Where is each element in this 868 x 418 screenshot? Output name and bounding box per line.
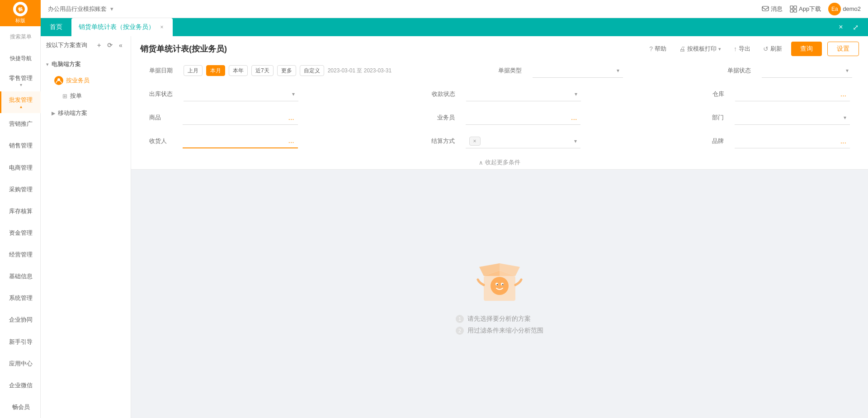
- out-status-select[interactable]: ▾: [184, 87, 298, 101]
- dept-section: ▾: [735, 110, 850, 125]
- doc-status-label: 单据状态: [724, 66, 751, 75]
- sidebar-item-manage[interactable]: 经营管理: [0, 244, 41, 266]
- sidebar-item-ecommerce[interactable]: 电商管理: [0, 157, 41, 179]
- sidebar-item-stock[interactable]: 库存核算: [0, 200, 41, 222]
- mobile-scheme-header[interactable]: ▶ 移动端方案: [41, 105, 131, 121]
- sidebar-item-purchase[interactable]: 采购管理: [0, 179, 41, 200]
- settle-select[interactable]: × ▾: [466, 134, 581, 148]
- refresh-scheme-btn[interactable]: ⟳: [105, 41, 114, 50]
- order-icon: ⊞: [62, 93, 67, 100]
- retail-arrow: ▾: [20, 82, 22, 87]
- app-download-btn[interactable]: App下载: [790, 5, 821, 13]
- svg-point-12: [497, 284, 498, 285]
- doc-type-select[interactable]: ▾: [533, 63, 623, 78]
- warehouse-section: ...: [735, 87, 850, 101]
- sidebar-item-quick[interactable]: 快捷导航: [0, 48, 41, 70]
- date-btn-more[interactable]: 更多: [277, 65, 296, 76]
- sidebar-item-member[interactable]: 畅会员: [0, 396, 41, 418]
- date-btn-last-month[interactable]: 上月: [184, 65, 203, 76]
- print-btn[interactable]: 🖨 按模板打印 ▾: [675, 43, 725, 55]
- sidebar: 畅 标版 搜索菜单 快捷导航 零售管理 ▾ 批发管理 ▴ 营销推广 销售管理 电…: [0, 0, 41, 418]
- settle-clear-btn[interactable]: ×: [473, 138, 476, 144]
- svg-rect-5: [790, 10, 793, 12]
- pay-status-select[interactable]: ▾: [466, 87, 581, 101]
- right-panel: 销货单统计表(按业务员) ? 帮助 🖨 按模板打印 ▾ ↑: [131, 36, 868, 418]
- goods-input[interactable]: ...: [183, 110, 298, 125]
- warehouse-input[interactable]: ...: [735, 87, 850, 101]
- svg-rect-6: [794, 10, 797, 12]
- date-btn-7days[interactable]: 近7天: [251, 65, 274, 76]
- content-area: 按以下方案查询 + ⟳ « ▾ 电脑端方案: [41, 36, 868, 418]
- sidebar-item-appstore[interactable]: 应用中心: [0, 353, 41, 375]
- sidebar-item-search[interactable]: 搜索菜单: [0, 26, 41, 48]
- tabbar-actions: × ⤢: [835, 22, 868, 33]
- brand-input[interactable]: ...: [735, 134, 850, 148]
- date-label: 单据日期: [149, 66, 173, 75]
- add-scheme-btn[interactable]: +: [94, 41, 104, 50]
- sidebar-item-corp[interactable]: 企业协同: [0, 309, 41, 331]
- receiver-dots[interactable]: ...: [288, 137, 294, 145]
- date-btn-custom[interactable]: 自定义: [300, 65, 324, 76]
- sidebar-item-sales[interactable]: 销售管理: [0, 135, 41, 157]
- refresh-btn[interactable]: ↺ 刷新: [760, 43, 786, 55]
- collapse-panel-btn[interactable]: «: [116, 41, 125, 50]
- topbar-dropdown-icon[interactable]: ▾: [110, 5, 113, 12]
- filter-row-3: 商品 ... 业务员 ...: [140, 109, 859, 127]
- pay-status-chevron: ▾: [575, 91, 577, 97]
- user-menu[interactable]: Ea demo2: [828, 3, 861, 15]
- close-window-btn[interactable]: ×: [835, 22, 846, 33]
- brand-dots[interactable]: ...: [840, 137, 846, 145]
- desktop-scheme-header[interactable]: ▾ 电脑端方案: [41, 56, 131, 72]
- tip-num-2: 2: [456, 327, 464, 335]
- message-btn[interactable]: 消息: [762, 5, 783, 13]
- empty-tips: 1 请先选择要分析的方案 2 用过滤条件来缩小分析范围: [456, 315, 543, 335]
- date-btn-this-month[interactable]: 本月: [206, 65, 225, 76]
- warehouse-label: 仓库: [711, 90, 724, 98]
- scheme-item-by-order[interactable]: ⊞ 按单: [41, 89, 131, 103]
- svg-point-13: [502, 284, 504, 285]
- scheme-item-salesman[interactable]: 按业务员: [41, 72, 131, 89]
- receiver-input[interactable]: ...: [183, 134, 298, 148]
- sidebar-logo[interactable]: 畅 标版: [0, 0, 41, 26]
- sidebar-item-system[interactable]: 系统管理: [0, 287, 41, 309]
- collapse-filters-btn[interactable]: ∧ 收起更多条件: [140, 156, 859, 169]
- export-btn[interactable]: ↑ 导出: [730, 43, 754, 55]
- date-btn-this-year[interactable]: 本年: [229, 65, 248, 76]
- doc-type-label: 单据类型: [495, 66, 522, 75]
- sidebar-item-wechat[interactable]: 企业微信: [0, 375, 41, 396]
- warehouse-dots[interactable]: ...: [840, 90, 846, 98]
- filter-area: 单据日期 上月 本月 本年 近7天 更多 自定义 2023-03-01 至 20…: [140, 62, 859, 169]
- tab-close-btn[interactable]: ×: [158, 24, 165, 31]
- empty-tip-2: 2 用过滤条件来缩小分析范围: [456, 327, 543, 335]
- goods-dots[interactable]: ...: [288, 114, 294, 122]
- sidebar-item-basic[interactable]: 基础信息: [0, 266, 41, 287]
- page-title: 销货单统计表(按业务员): [140, 43, 227, 54]
- dept-select[interactable]: ▾: [735, 110, 850, 125]
- tabbar: 首页 销货单统计表（按业务员） × × ⤢: [41, 18, 868, 36]
- help-btn[interactable]: ? 帮助: [646, 43, 670, 55]
- topbar-title: 办公用品行业模拟账套: [48, 5, 107, 13]
- doc-type-chevron: ▾: [617, 67, 619, 74]
- salesman-input[interactable]: ...: [466, 110, 581, 125]
- svg-text:畅: 畅: [18, 7, 23, 12]
- sidebar-item-finance[interactable]: 资金管理: [0, 222, 41, 244]
- salesman-dots[interactable]: ...: [571, 114, 577, 122]
- doc-status-select[interactable]: ▾: [762, 63, 852, 78]
- filter-row-4: 收货人 ... 结算方式 ×: [140, 132, 859, 150]
- doc-status-chevron: ▾: [846, 67, 849, 74]
- topbar-left: 办公用品行业模拟账套 ▾: [48, 5, 113, 13]
- tab-active[interactable]: 销货单统计表（按业务员） ×: [71, 18, 173, 36]
- sidebar-item-wholesale[interactable]: 批发管理 ▴: [0, 91, 41, 113]
- message-icon: [762, 5, 769, 13]
- sidebar-item-retail[interactable]: 零售管理 ▾: [0, 70, 41, 91]
- sidebar-item-marketing[interactable]: 营销推广: [0, 113, 41, 135]
- page-title-row: 销货单统计表(按业务员) ? 帮助 🖨 按模板打印 ▾ ↑: [140, 42, 859, 56]
- maximize-btn[interactable]: ⤢: [850, 22, 861, 33]
- settings-btn[interactable]: 设置: [827, 42, 859, 56]
- query-btn[interactable]: 查询: [791, 42, 822, 56]
- tab-home[interactable]: 首页: [41, 18, 71, 36]
- brand-label: 品牌: [710, 137, 724, 145]
- sidebar-item-newbie[interactable]: 新手引导: [0, 331, 41, 353]
- page-header: 销货单统计表(按业务员) ? 帮助 🖨 按模板打印 ▾ ↑: [131, 36, 868, 170]
- dept-chevron: ▾: [844, 114, 846, 121]
